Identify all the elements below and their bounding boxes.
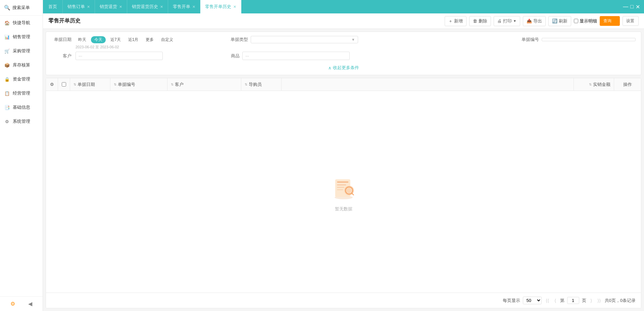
tab-sales-return[interactable]: 销货退货 ✕ [95,0,127,13]
next-page-btn[interactable]: ⟩ [589,297,593,304]
th-guide[interactable]: ⇅ 导购员 [241,78,282,91]
toolbar: 零售开单历史 ＋ 新增 🗑 删除 🖨 打印 ▼ 📤 导出 🔄 刷新 显示明细 查… [43,13,644,29]
sidebar-item-operation[interactable]: 📋 经营管理 [0,86,43,100]
gear-icon: ⚙ [4,118,10,124]
export-icon: 📤 [527,18,532,23]
th-date-sort-icon: ⇅ [73,83,76,86]
tab-sales-order[interactable]: 销售订单 ✕ [63,0,95,13]
maximize-button[interactable]: □ [630,4,634,10]
custom-btn[interactable]: 自定义 [158,36,176,43]
table-wrapper: ⚙ ⇅ 单据日期 ⇅ 单据编号 ⇅ 客户 ⇅ 导购员 [46,78,641,308]
sidebar-item-quick-nav[interactable]: 🏠 快捷导航 [0,16,43,30]
prev-page-btn[interactable]: ⟨ [553,297,557,304]
sidebar-item-label: 采购管理 [13,48,30,54]
top-nav-right: — □ ✕ [623,0,644,13]
select-all-checkbox[interactable] [62,82,66,87]
more-btn[interactable]: 更多 [143,36,156,43]
collapse-up-icon: ∧ [328,65,332,70]
page-label: 页 [582,298,586,304]
th-amount[interactable]: ⇅ 实销金额 [574,78,614,91]
show-detail-label[interactable]: 显示明细 [574,18,597,24]
export-button[interactable]: 📤 导出 [523,16,546,26]
page-title: 零售开单历史 [48,17,442,24]
total-info: 共0页，0条记录 [605,298,636,304]
sidebar-search[interactable]: 🔍 搜索采单 [0,0,43,16]
filter-row-date: 单据日期 昨天 今天 近7天 近1月 更多 自定义 单据类型 ▼ [51,36,636,43]
tab-sales-order-label: 销售订单 [67,4,85,10]
th-checkbox[interactable] [58,78,70,91]
first-page-btn[interactable]: ⟨⟨ [544,297,550,304]
th-order-no[interactable]: ⇅ 单据编号 [110,78,167,91]
top-nav: 首页 销售订单 ✕ 销货退货 ✕ 销货退货历史 ✕ 零售开单 ✕ 零售开单历史 … [43,0,644,13]
tab-retail-history[interactable]: 零售开单历史 ✕ [200,0,241,13]
chart-icon: 📊 [4,34,10,40]
tab-retail-open[interactable]: 零售开单 ✕ [168,0,200,13]
page-number-input[interactable] [567,297,579,304]
th-settings[interactable]: ⚙ [46,78,58,91]
box-icon: 📦 [4,62,10,68]
svg-rect-3 [337,184,346,185]
pagination: 每页显示 50 10 20 100 ⟨⟨ ⟨ 第 页 ⟩ ⟩⟩ 共0页，0条记录 [46,293,641,308]
print-button[interactable]: 🖨 打印 ▼ [494,16,520,26]
sidebar-item-purchase-mgmt[interactable]: 🛒 采购管理 [0,44,43,58]
goods-label: 商品 [226,53,240,59]
sidebar-item-finance[interactable]: 🔒 资金管理 [0,72,43,86]
th-customer[interactable]: ⇅ 客户 [167,78,241,91]
doc-type-select[interactable]: ▼ [251,36,358,43]
sidebar-item-inventory[interactable]: 📦 库存核算 [0,58,43,72]
settings-toolbar-button[interactable]: 设置 [623,16,639,26]
sidebar-bottom: ⚙ ◀ [0,296,43,311]
th-date[interactable]: ⇅ 单据日期 [70,78,110,91]
refresh-button[interactable]: 🔄 刷新 [548,16,571,26]
minimize-button[interactable]: — [623,4,628,10]
empty-illustration [329,172,359,202]
last-page-btn[interactable]: ⟩⟩ [596,297,602,304]
tab-retail-open-close[interactable]: ✕ [192,5,195,9]
yesterday-btn[interactable]: 昨天 [76,36,89,43]
close-window-button[interactable]: ✕ [636,4,640,10]
collapse-sidebar-button[interactable]: ◀ [28,301,32,307]
page-size-select[interactable]: 50 10 20 100 [523,297,542,304]
sidebar-item-label: 快捷导航 [13,20,30,26]
svg-rect-5 [337,189,343,190]
sidebar-search-label: 搜索采单 [12,5,30,11]
sidebar-item-basic-info[interactable]: 📑 基础信息 [0,100,43,114]
goods-input[interactable]: ··· [242,52,350,60]
search-icon: 🔍 [4,5,10,11]
tab-sales-return-close[interactable]: ✕ [119,5,122,9]
show-detail-checkbox[interactable] [574,19,578,23]
add-icon: ＋ [448,18,453,24]
content-area: 单据日期 昨天 今天 近7天 近1月 更多 自定义 单据类型 ▼ [43,29,644,311]
tab-home[interactable]: 首页 [43,0,63,13]
customer-input[interactable]: ··· [76,52,163,60]
th-customer-sort-icon: ⇅ [171,83,174,86]
customer-dots: ··· [79,53,82,58]
doc-type-label: 单据类型 [228,37,248,43]
tab-sales-order-close[interactable]: ✕ [87,5,90,9]
tab-sales-return-history-close[interactable]: ✕ [160,5,163,9]
last7-btn[interactable]: 近7天 [108,36,123,43]
tab-sales-return-history[interactable]: 销货退货历史 ✕ [127,0,168,13]
customer-label: 客户 [51,53,71,59]
goods-group: 商品 ··· [174,52,403,60]
settings-button[interactable]: ⚙ [10,301,15,307]
sidebar-item-label: 经营管理 [13,90,30,96]
svg-rect-2 [337,181,348,183]
sidebar-item-system[interactable]: ⚙ 系统管理 [0,114,43,128]
collapse-button[interactable]: ∧ 收起更多条件 [328,65,359,71]
today-btn[interactable]: 今天 [91,36,106,43]
last-month-btn[interactable]: 近1月 [126,36,141,43]
doc-no-input[interactable] [542,38,636,41]
sidebar-item-label: 系统管理 [13,118,30,124]
delete-button[interactable]: 🗑 删除 [469,16,491,26]
svg-rect-4 [337,187,344,188]
add-button[interactable]: ＋ 新增 [445,16,466,26]
th-amount-sort-icon: ⇅ [589,83,592,86]
table-icon: 📋 [4,90,10,96]
tab-retail-history-label: 零售开单历史 [205,4,231,10]
sidebar-item-sales-mgmt[interactable]: 📊 销售管理 [0,30,43,44]
bag-icon: 🛒 [4,48,10,54]
goods-dots: ··· [245,53,249,58]
tab-retail-history-close[interactable]: ✕ [233,5,236,9]
query-button[interactable]: 查询 [600,16,620,26]
